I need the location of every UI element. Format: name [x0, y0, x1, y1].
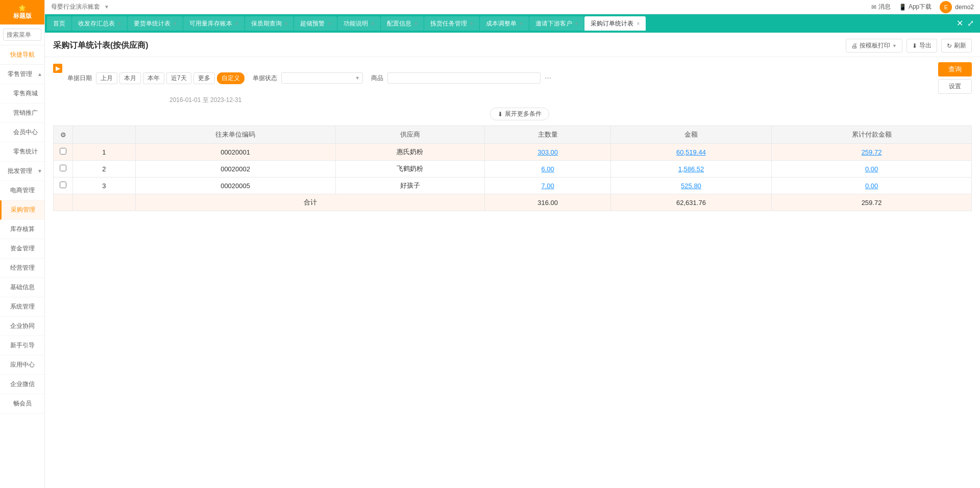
- tab-config-info-close[interactable]: ×: [414, 21, 418, 27]
- quick-nav-btn[interactable]: 快捷导航: [3, 48, 41, 61]
- sidebar-item-basics[interactable]: 基础信息: [0, 278, 44, 297]
- print-btn[interactable]: 🖨 按模板打印 ▼: [846, 39, 902, 53]
- sidebar-item-marketing[interactable]: 营销推广: [0, 104, 44, 123]
- search-input[interactable]: [3, 29, 41, 41]
- app-logo: 🌟 标题版: [0, 0, 44, 24]
- app-download-label: App下载: [909, 3, 932, 11]
- date-btn-more[interactable]: 更多: [193, 72, 215, 84]
- col-settings[interactable]: ⚙: [54, 126, 73, 144]
- tab-pick-tasks[interactable]: 拣货任务管理 ×: [424, 16, 479, 31]
- row-2-amount: 1,586.52: [610, 161, 771, 177]
- tab-inventory-ledger[interactable]: 可用量库存账本 ×: [183, 16, 244, 31]
- tab-purchase-stats[interactable]: 要货单统计表 ×: [128, 16, 183, 31]
- tab-config-info[interactable]: 配置信息 ×: [381, 16, 424, 31]
- status-label: 单据状态: [253, 74, 277, 83]
- sidebar-item-ecommerce[interactable]: 电商管理: [0, 181, 44, 200]
- row-1-unit-code: 00020001: [135, 144, 335, 161]
- sidebar: 🌟 标题版 快捷导航 零售管理 ▲ 零售商城 营销推广 会员中心 零售统计 批发…: [0, 0, 45, 488]
- app-download-btn[interactable]: 📱 App下载: [899, 3, 932, 11]
- date-btn-this-year[interactable]: 本年: [143, 72, 164, 84]
- tab-purchase-order-stats[interactable]: 采购订单统计表 ×: [584, 16, 646, 31]
- sidebar-item-retail[interactable]: 零售管理 ▲: [0, 65, 44, 84]
- sidebar-item-inventory[interactable]: 库存核算: [0, 220, 44, 239]
- date-btn-custom[interactable]: 自定义: [217, 72, 244, 84]
- goods-input[interactable]: [387, 72, 541, 84]
- sidebar-item-retail-store[interactable]: 零售商城: [0, 84, 44, 104]
- date-btn-this-month[interactable]: 本月: [119, 72, 141, 84]
- chevron-right-icon: ▼: [37, 168, 42, 174]
- tab-expiry-query-close[interactable]: ×: [285, 21, 288, 27]
- tab-inventory-ledger-close[interactable]: ×: [235, 21, 238, 27]
- sidebar-item-retail-stats[interactable]: 零售统计: [0, 142, 44, 162]
- row-3-check[interactable]: [54, 177, 73, 194]
- logo-icon: 🌟: [18, 5, 26, 12]
- tab-purchase-stats-close[interactable]: ×: [174, 21, 177, 27]
- print-dropdown-icon: ▼: [892, 43, 897, 48]
- topbar: 母婴行业演示账套 ▼ ✉ 消息 📱 App下载 E demo2: [45, 0, 980, 14]
- tab-pick-tasks-close[interactable]: ×: [470, 21, 473, 27]
- export-icon: ⬇: [912, 42, 917, 49]
- row-3-checkbox[interactable]: [60, 182, 66, 188]
- query-btn[interactable]: 查询: [938, 62, 972, 76]
- expand-conditions-btn[interactable]: ⬇ 展开更多条件: [490, 108, 549, 120]
- user-area[interactable]: E demo2: [940, 1, 974, 13]
- dropdown-icon[interactable]: ▼: [104, 4, 109, 10]
- filter-toggle-btn[interactable]: ▶: [53, 64, 62, 73]
- status-select[interactable]: [281, 72, 363, 84]
- row-1-check[interactable]: [54, 144, 73, 161]
- tab-overstock-alert-label: 超储预警: [300, 19, 325, 28]
- sidebar-item-operations[interactable]: 经营管理: [0, 259, 44, 278]
- sidebar-item-enterprise[interactable]: 企业协同: [0, 317, 44, 336]
- row-2-checkbox[interactable]: [60, 165, 66, 171]
- tab-overstock-alert-close[interactable]: ×: [328, 21, 331, 27]
- sidebar-item-wholesale[interactable]: 批发管理 ▼: [0, 162, 44, 181]
- close-tab-btn[interactable]: ✕: [957, 19, 963, 28]
- tab-function-desc[interactable]: 功能说明 ×: [337, 16, 380, 31]
- sidebar-item-newbie[interactable]: 新手引导: [0, 336, 44, 355]
- tab-receive-summary[interactable]: 收发存汇总表 ×: [72, 16, 127, 31]
- tab-expiry-query[interactable]: 保质期查询 ×: [245, 16, 294, 31]
- settings-btn[interactable]: 设置: [938, 79, 972, 94]
- tab-cost-adjust-close[interactable]: ×: [520, 21, 523, 27]
- tab-purchase-order-stats-label: 采购订单统计表: [591, 19, 633, 28]
- tab-purchase-order-stats-close[interactable]: ×: [636, 21, 640, 27]
- export-btn[interactable]: ⬇ 导出: [906, 39, 937, 53]
- page-title: 采购订单统计表(按供应商): [53, 40, 149, 51]
- footer-empty-2: [73, 194, 136, 211]
- sidebar-item-system[interactable]: 系统管理: [0, 297, 44, 317]
- table-row: 2 00020002 飞鹤奶粉 6.00 1,586.52 0.00: [54, 161, 972, 177]
- row-2-check[interactable]: [54, 161, 73, 177]
- tab-receive-summary-close[interactable]: ×: [118, 21, 121, 27]
- maximize-btn[interactable]: ⤢: [967, 19, 974, 28]
- row-1-checkbox[interactable]: [60, 148, 66, 155]
- tab-invite-downstream-close[interactable]: ×: [575, 21, 578, 27]
- tab-function-desc-close[interactable]: ×: [371, 21, 374, 27]
- filter-row-1: 单据日期 上月 本月 本年 近7天 更多 自定义 单据状态: [67, 62, 972, 94]
- chevron-down-icon: ▲: [37, 71, 42, 77]
- refresh-btn[interactable]: ↻ 刷新: [941, 39, 972, 53]
- date-range-text: 2016-01-01 至 2023-12-31: [169, 96, 241, 105]
- col-main-qty: 主数量: [485, 126, 610, 144]
- message-btn[interactable]: ✉ 消息: [871, 3, 891, 11]
- tabbar-actions: ✕ ⤢: [957, 19, 978, 28]
- tab-overstock-alert[interactable]: 超储预警 ×: [294, 16, 337, 31]
- footer-empty-1: [54, 194, 73, 211]
- col-paid-amount: 累计付款金额: [772, 126, 972, 144]
- print-icon: 🖨: [851, 42, 857, 49]
- sidebar-item-purchase[interactable]: 采购管理: [0, 200, 44, 220]
- goods-more-btn[interactable]: ···: [545, 73, 551, 83]
- tab-cost-adjust[interactable]: 成本调整单 ×: [480, 16, 529, 31]
- tab-config-info-label: 配置信息: [387, 19, 411, 28]
- tab-home[interactable]: 首页: [47, 16, 71, 31]
- tab-invite-downstream[interactable]: 邀请下游客户 ×: [529, 16, 584, 31]
- sidebar-item-vip[interactable]: 畅会员: [0, 394, 44, 414]
- row-2-main-qty: 6.00: [485, 161, 610, 177]
- sidebar-item-appstore[interactable]: 应用中心: [0, 355, 44, 375]
- sidebar-item-wechat[interactable]: 企业微信: [0, 375, 44, 394]
- date-btn-last-month[interactable]: 上月: [96, 72, 117, 84]
- row-1-supplier: 惠氏奶粉: [335, 144, 485, 161]
- sidebar-item-finance[interactable]: 资金管理: [0, 239, 44, 259]
- sidebar-item-member[interactable]: 会员中心: [0, 123, 44, 142]
- data-table: ⚙ 往来单位编码 供应商 主数量 金额 累计付款金额 1 00020001: [53, 125, 972, 211]
- date-btn-7days[interactable]: 近7天: [166, 72, 191, 84]
